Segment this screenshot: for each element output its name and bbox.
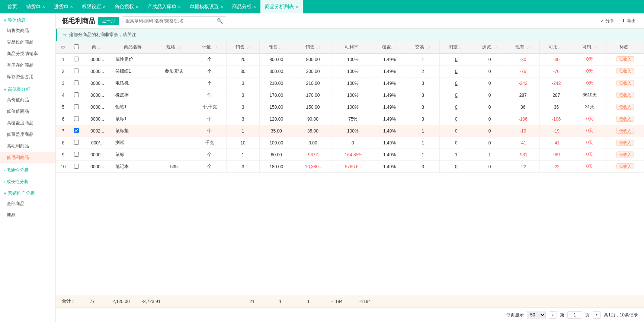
sort-icon-spec[interactable]: ↕ [180,45,182,49]
cell-browse1[interactable]: 0 [440,54,473,66]
cell-name[interactable]: 测试 [113,137,155,149]
sort-icon-trade[interactable]: ↕ [429,45,430,49]
sidebar-item-new-products[interactable]: 新品 [0,210,55,221]
cell-browse1[interactable]: 0 [440,66,473,77]
share-button[interactable]: ↗ 分享 [598,17,616,25]
sidebar-group-marketing[interactable]: ∨ 营销推广分析 [0,186,55,198]
sidebar-item-all-products[interactable]: 全部商品 [0,198,55,210]
page-input[interactable] [567,311,582,319]
sort-icon-browse2[interactable]: ↕ [496,45,497,49]
cell-browse1[interactable]: 0 [440,89,473,101]
cell-check[interactable] [71,137,82,149]
browse1-link[interactable]: 0 [455,69,458,74]
browse1-link[interactable]: 0 [455,140,458,146]
cell-name[interactable]: 橡皮擦 [113,89,155,101]
close-purchase-icon[interactable]: ✕ [70,5,73,9]
cell-name[interactable]: 电话机 [113,77,155,89]
row-checkbox[interactable] [74,164,79,169]
sidebar-item-high-margin[interactable]: 高毛利商品 [0,140,55,152]
cell-check[interactable] [71,66,82,77]
sidebar-group-highlow[interactable]: ∨ 高低量分析 [0,83,55,94]
search-input[interactable] [125,18,215,23]
sort-icon-profit[interactable]: ↕ [319,45,321,49]
row-checkbox[interactable] [74,68,79,73]
sort-icon-code[interactable]: ↕ [101,45,103,49]
cell-check[interactable] [71,125,82,137]
cell-check[interactable] [71,161,82,173]
browse1-link[interactable]: 1 [455,152,458,157]
row-checkbox[interactable] [74,140,79,145]
cell-check[interactable] [71,77,82,89]
sort-icon-sellable[interactable]: ↕ [596,45,597,49]
nav-item-product-analysis[interactable]: 商品分析 ✕ [228,0,260,13]
row-checkbox[interactable] [74,152,79,157]
nav-item-permission[interactable]: 权限设置 ✕ [77,0,110,13]
cell-browse1[interactable]: 0 [440,77,473,89]
browse1-link[interactable]: 0 [455,128,458,134]
close-product-in-icon[interactable]: ✕ [178,5,181,9]
row-checkbox[interactable] [74,128,79,133]
cell-name[interactable]: 属性定价 [113,54,155,66]
select-all-checkbox[interactable] [74,44,79,49]
sort-icon-price[interactable]: ↕ [282,45,284,49]
prev-page-button[interactable]: ‹ [549,311,557,319]
close-analysis-list-icon[interactable]: ✕ [295,5,298,9]
sidebar-item-category-rate[interactable]: 商品分类助销率 [0,48,55,60]
sort-icon-tag[interactable]: ↕ [629,45,631,49]
close-sales-icon[interactable]: ✕ [42,5,45,9]
cell-name[interactable]: 吴细细1 [113,66,155,77]
sort-icon-available[interactable]: ↕ [562,45,564,49]
cell-browse1[interactable]: 0 [440,113,473,125]
cell-name[interactable]: 鼠标1 [113,113,155,125]
period-button[interactable]: 近一月 [98,17,119,25]
cell-check[interactable] [71,54,82,66]
sort-icon-browse1[interactable]: ↕ [462,45,464,49]
cell-browse1[interactable]: 1 [440,149,473,161]
row-checkbox[interactable] [74,80,79,85]
table-container[interactable]: ⚙ 商... ↕ [56,41,644,295]
per-page-select[interactable]: 50 20 100 [527,311,546,319]
browse1-link[interactable]: 0 [455,93,458,98]
cell-browse1[interactable]: 0 [440,101,473,113]
cell-name[interactable]: 鼠标 [113,149,155,161]
nav-item-product-in[interactable]: 产成品入库单 ✕ [143,0,185,13]
sort-icon-coverage[interactable]: ↕ [395,45,397,49]
close-analysis-icon[interactable]: ✕ [253,5,256,9]
sidebar-item-low-coverage[interactable]: 低覆盖度商品 [0,129,55,140]
sidebar-item-high-coverage[interactable]: 高覆盖度商品 [0,117,55,129]
row-checkbox[interactable] [74,57,79,61]
sidebar-item-traded-products[interactable]: 交易过的商品 [0,36,55,48]
sort-icon-unit[interactable]: ↕ [215,45,217,49]
cell-check[interactable] [71,89,82,101]
row-checkbox[interactable] [74,104,79,109]
close-permission-icon[interactable]: ✕ [103,5,106,9]
cell-check[interactable] [71,101,82,113]
browse1-link[interactable]: 0 [455,164,458,169]
sidebar-item-low-value[interactable]: 低价值商品 [0,106,55,117]
settings-icon[interactable]: ⚙ [61,45,65,50]
nav-item-home[interactable]: 首页 [3,0,22,13]
sidebar-group-growth[interactable]: › 成长性分析 [0,175,55,186]
sidebar-group-overall[interactable]: ∨ 整体信息 [0,13,55,25]
search-box[interactable]: 🔍 [122,16,226,25]
sort-icon-qty[interactable]: ↕ [249,45,251,49]
sidebar-item-sales-products[interactable]: 销售类商品 [0,25,55,36]
browse1-link[interactable]: 0 [455,57,458,62]
sort-icon-current[interactable]: ↕ [529,45,531,49]
sidebar-item-low-margin[interactable]: 低毛利商品 [0,152,55,163]
sidebar-group-circulation[interactable]: › 流通性分析 [0,163,55,175]
close-template-icon[interactable]: ✕ [220,5,223,9]
cell-name[interactable]: 笔记本 [113,161,155,173]
cell-check[interactable] [71,113,82,125]
sort-icon-margin[interactable]: ↕ [359,45,361,49]
cell-browse1[interactable]: 0 [440,125,473,137]
cell-check[interactable] [71,149,82,161]
sidebar-item-high-value[interactable]: 高价值商品 [0,94,55,106]
cell-name[interactable]: 铅笔1 [113,101,155,113]
row-checkbox[interactable] [74,92,79,97]
nav-item-product-analysis-list[interactable]: 商品分析列表 ✕ [260,0,303,13]
close-role-icon[interactable]: ✕ [135,5,138,9]
sort-icon-name[interactable]: ↕ [142,45,144,49]
browse1-link[interactable]: 0 [455,117,458,122]
sidebar-item-stock-capital[interactable]: 库存资金占用 [0,71,55,83]
